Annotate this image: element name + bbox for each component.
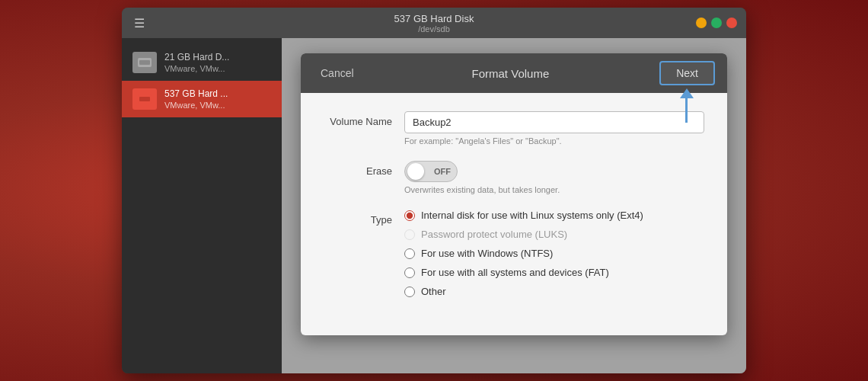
minimize-button[interactable]: [696, 18, 707, 28]
sidebar-item-1[interactable]: 537 GB Hard ... VMware, VMw...: [122, 81, 282, 117]
erase-label: Erase: [324, 161, 392, 177]
maximize-button[interactable]: [711, 18, 722, 28]
erase-toggle[interactable]: OFF: [404, 161, 458, 182]
type-label: Type: [324, 210, 392, 226]
sidebar-item-0[interactable]: 21 GB Hard D... VMware, VMw...: [122, 44, 282, 81]
next-button[interactable]: Next: [659, 61, 715, 85]
type-row: Type Internal disk for use with Linux sy…: [324, 210, 704, 297]
format-volume-dialog: Cancel Format Volume Next: [301, 53, 727, 335]
dialog-title: Format Volume: [472, 67, 550, 80]
type-control: Internal disk for use with Linux systems…: [404, 210, 704, 297]
volume-name-hint: For example: "Angela's Files" or "Backup…: [404, 136, 704, 146]
arrow-shaft: [685, 98, 688, 123]
type-radio-0[interactable]: [404, 210, 415, 221]
sidebar-item-name-0: 21 GB Hard D...: [164, 52, 229, 64]
volume-name-row: Volume Name For example: "Angela's Files…: [324, 111, 704, 146]
sidebar-item-name-1: 537 GB Hard ...: [164, 88, 228, 101]
type-radio-group: Internal disk for use with Linux systems…: [404, 210, 704, 297]
sidebar-item-sub-1: VMware, VMw...: [164, 101, 228, 110]
toggle-knob: [407, 163, 424, 180]
close-button[interactable]: [726, 18, 737, 28]
sidebar: 21 GB Hard D... VMware, VMw... 537 GB Ha…: [122, 38, 282, 373]
type-option-label-4: Other: [421, 286, 446, 297]
volume-name-label: Volume Name: [324, 111, 392, 127]
window-action-controls: [696, 18, 737, 28]
arrow-head: [680, 88, 694, 98]
erase-row: Erase OFF Overwrites existing data, but …: [324, 161, 704, 194]
type-option-label-0: Internal disk for use with Linux systems…: [421, 210, 643, 221]
svg-rect-3: [139, 97, 150, 101]
title-bar-center: 537 GB Hard Disk /dev/sdb: [394, 13, 474, 34]
sidebar-item-text-1: 537 GB Hard ... VMware, VMw...: [164, 88, 228, 110]
type-option-4[interactable]: Other: [404, 286, 704, 297]
title-bar: ☰ 537 GB Hard Disk /dev/sdb: [122, 8, 746, 38]
cancel-button[interactable]: Cancel: [313, 62, 362, 84]
disk-icon-0: [132, 52, 157, 73]
type-radio-3[interactable]: [404, 267, 415, 278]
dialog-overlay: Cancel Format Volume Next: [282, 38, 746, 373]
erase-toggle-wrap: OFF: [404, 161, 704, 182]
type-option-0[interactable]: Internal disk for use with Linux systems…: [404, 210, 704, 221]
erase-control: OFF Overwrites existing data, but takes …: [404, 161, 704, 194]
dialog-body: Volume Name For example: "Angela's Files…: [301, 93, 727, 335]
window-controls: ☰: [131, 16, 148, 30]
type-option-label-1: Password protect volume (LUKS): [421, 229, 567, 240]
dialog-header: Cancel Format Volume Next: [301, 53, 727, 93]
type-radio-1[interactable]: [404, 229, 415, 240]
arrow-indicator: [680, 88, 694, 123]
toggle-label: OFF: [434, 167, 451, 176]
menu-button[interactable]: ☰: [131, 16, 148, 30]
window-title: 537 GB Hard Disk: [394, 13, 474, 24]
volume-name-input[interactable]: [404, 111, 704, 133]
type-radio-4[interactable]: [404, 287, 415, 297]
sidebar-item-text-0: 21 GB Hard D... VMware, VMw...: [164, 52, 229, 73]
volume-name-control: For example: "Angela's Files" or "Backup…: [404, 111, 704, 146]
type-option-2[interactable]: For use with Windows (NTFS): [404, 248, 704, 259]
type-option-1[interactable]: Password protect volume (LUKS): [404, 229, 704, 240]
sidebar-item-sub-0: VMware, VMw...: [164, 64, 229, 73]
app-body: 21 GB Hard D... VMware, VMw... 537 GB Ha…: [122, 38, 746, 373]
type-option-label-2: For use with Windows (NTFS): [421, 248, 553, 259]
type-option-3[interactable]: For use with all systems and devices (FA…: [404, 267, 704, 278]
erase-hint: Overwrites existing data, but takes long…: [404, 185, 704, 194]
app-window: ☰ 537 GB Hard Disk /dev/sdb 21 GB Hard D…: [122, 8, 746, 373]
disk-icon-1: [132, 88, 157, 110]
main-content: Cancel Format Volume Next: [282, 38, 746, 373]
type-radio-2[interactable]: [404, 248, 415, 259]
window-subtitle: /dev/sdb: [394, 24, 474, 34]
type-option-label-3: For use with all systems and devices (FA…: [421, 267, 609, 278]
svg-rect-1: [139, 60, 150, 65]
